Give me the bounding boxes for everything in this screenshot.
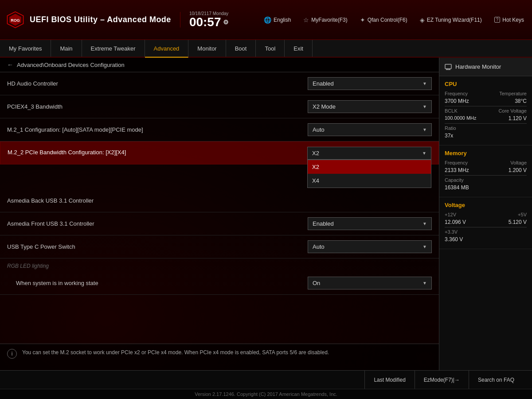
nav-monitor[interactable]: Monitor (188, 40, 226, 57)
cpu-corevolt-label: Core Voltage (498, 108, 527, 113)
v12-label: +12V (445, 212, 456, 217)
nav-advanced[interactable]: Advanced (145, 40, 189, 58)
nav-extreme-tweaker[interactable]: Extreme Tweaker (82, 40, 145, 57)
memory-section-title: Memory (445, 150, 527, 156)
setting-hd-audio[interactable]: HD Audio Controller Enabled ▼ (0, 72, 439, 95)
dropdown-hd-audio[interactable]: Enabled ▼ (308, 77, 432, 90)
cpu-divider-2 (445, 123, 527, 124)
favorites-icon: ☆ (303, 16, 309, 23)
qfan-button[interactable]: ✦ Qfan Control(F6) (357, 15, 410, 25)
nav-boot[interactable]: Boot (226, 40, 256, 57)
setting-usb-type-c[interactable]: USB Type C Power Switch Auto ▼ (0, 235, 439, 258)
qfan-label: Qfan Control(F6) (368, 17, 407, 23)
ez-tuning-label: EZ Tuning Wizard(F11) (427, 17, 482, 23)
header-divider (180, 12, 180, 27)
dropdown-rgb-working[interactable]: On ▼ (308, 277, 432, 289)
cpu-bclk-row: BCLK Core Voltage (445, 108, 527, 113)
hw-monitor-sidebar: Hardware Monitor CPU Frequency Temperatu… (439, 58, 532, 370)
header-time: 00:57 ⚙ (189, 16, 229, 28)
mem-cap-row: Capacity (445, 177, 527, 183)
setting-pciex4-3[interactable]: PCIEX4_3 Bandwidth X2 Mode ▼ (0, 95, 439, 118)
dropdown-rgb-arrow: ▼ (422, 281, 427, 286)
info-text: You can set the M.2 socket to work under… (22, 348, 329, 356)
header: ROG UEFI BIOS Utility – Advanced Mode 10… (0, 0, 532, 40)
dropdown-option-x2[interactable]: X2 (308, 160, 431, 174)
tuning-icon: ◈ (420, 16, 425, 23)
cpu-freq-val-row: 3700 MHz 38°C (445, 98, 527, 104)
search-faq-button[interactable]: Search on FAQ (469, 371, 523, 389)
info-bar: i You can set the M.2 socket to work und… (0, 344, 439, 370)
cpu-freq-value: 3700 MHz (445, 98, 469, 104)
setting-m2-2-pcie[interactable]: M.2_2 PCIe Bandwidth Configuration: [X2]… (0, 141, 439, 164)
dropdown-usb-type-c[interactable]: Auto ▼ (308, 240, 432, 253)
rgb-section-header: RGB LED lighting (0, 258, 439, 272)
nav-main[interactable]: Main (51, 40, 82, 57)
mem-cap-val-row: 16384 MB (445, 184, 527, 191)
content-area: ← Advanced\Onboard Devices Configuration… (0, 58, 532, 370)
dropdown-option-x4[interactable]: X4 (308, 174, 431, 188)
nav-exit[interactable]: Exit (285, 40, 313, 57)
favorites-label: MyFavorite(F3) (311, 17, 347, 23)
dropdown-hd-audio-value: Enabled (313, 80, 334, 87)
mem-freq-row: Frequency Voltage (445, 160, 527, 165)
dropdown-m2-1-arrow: ▼ (422, 127, 427, 132)
version-text: Version 2.17.1246. Copyright (C) 2017 Am… (195, 391, 337, 397)
setting-label-usb-type-c: USB Type C Power Switch (7, 243, 308, 250)
mem-cap-label: Capacity (445, 177, 464, 183)
setting-asmedia-front[interactable]: Asmedia Front USB 3.1 Controller Enabled… (0, 212, 439, 235)
dropdown-usb-type-c-arrow: ▼ (422, 244, 427, 249)
language-selector[interactable]: 🌐 English (261, 15, 293, 25)
language-label: English (274, 17, 291, 23)
time-settings-icon[interactable]: ⚙ (223, 19, 229, 25)
cpu-temp-label: Temperature (499, 91, 527, 96)
setting-asmedia-back[interactable]: Asmedia Back USB 3.1 Controller (0, 189, 439, 212)
last-modified-button[interactable]: Last Modified (364, 371, 414, 389)
hw-monitor-header: Hardware Monitor (439, 58, 532, 76)
dropdown-usb-type-c-value: Auto (313, 243, 325, 250)
dropdown-asmedia-front[interactable]: Enabled ▼ (308, 217, 432, 230)
ez-mode-button[interactable]: EzMode(F7)|→ (415, 371, 469, 389)
search-faq-label: Search on FAQ (478, 377, 514, 383)
setting-label-asmedia-back: Asmedia Back USB 3.1 Controller (7, 197, 432, 204)
datetime-area: 10/18/2117 Monday 00:57 ⚙ (189, 11, 229, 28)
app-title: UEFI BIOS Utility – Advanced Mode (30, 15, 171, 24)
cpu-bclk-label: BCLK (445, 108, 458, 113)
dropdown-m2-2-menu: X2 X4 (307, 160, 431, 188)
settings-list: HD Audio Controller Enabled ▼ PCIEX4_3 B… (0, 72, 439, 344)
dropdown-m2-2-trigger[interactable]: X2 ▼ (307, 147, 431, 160)
v33-label: +3.3V (445, 229, 458, 235)
header-toolbar: 🌐 English ☆ MyFavorite(F3) ✦ Qfan Contro… (261, 15, 527, 25)
breadcrumb-back-arrow[interactable]: ← (7, 61, 13, 68)
dropdown-m2-2-container: X2 ▼ X2 X4 (307, 147, 431, 160)
volt-divider (445, 227, 527, 227)
v33-row: +3.3V (445, 229, 527, 235)
svg-text:ROG: ROG (11, 18, 20, 23)
v12-val-row: 12.096 V 5.120 V (445, 219, 527, 225)
dropdown-pciex4-3-value: X2 Mode (313, 103, 336, 110)
cpu-freq-label: Frequency (445, 91, 468, 96)
nav-my-favorites[interactable]: My Favorites (0, 40, 51, 57)
dropdown-pciex4-3[interactable]: X2 Mode ▼ (308, 100, 432, 113)
setting-label-m2-2: M.2_2 PCIe Bandwidth Configuration: [X2]… (8, 142, 307, 156)
v5-label: +5V (518, 212, 527, 217)
nav-tool[interactable]: Tool (256, 40, 285, 57)
favorites-button[interactable]: ☆ MyFavorite(F3) (301, 15, 350, 25)
hotkeys-button[interactable]: ? Hot Keys (492, 15, 527, 25)
logo-area: ROG UEFI BIOS Utility – Advanced Mode (5, 10, 171, 30)
v12-row: +12V +5V (445, 212, 527, 217)
ez-tuning-button[interactable]: ◈ EZ Tuning Wizard(F11) (417, 15, 485, 25)
v33-val-row: 3.360 V (445, 236, 527, 243)
setting-label-hd-audio: HD Audio Controller (7, 80, 308, 87)
cpu-bclk-value: 100.0000 MHz (445, 115, 477, 121)
breadcrumb-path: Advanced\Onboard Devices Configuration (17, 62, 125, 68)
mem-freq-val-row: 2133 MHz 1.200 V (445, 167, 527, 173)
hotkeys-label: Hot Keys (502, 17, 524, 23)
dropdown-m2-1[interactable]: Auto ▼ (308, 123, 432, 136)
setting-m2-1-config[interactable]: M.2_1 Configuration: [Auto][SATA mode][P… (0, 118, 439, 141)
hotkeys-icon: ? (494, 17, 501, 23)
cpu-ratio-label: Ratio (445, 125, 456, 131)
setting-rgb-working[interactable]: When system is in working state On ▼ (0, 272, 439, 295)
cpu-corevolt-value: 1.120 V (509, 115, 527, 121)
info-icon: i (7, 349, 17, 359)
cpu-freq-row: Frequency Temperature (445, 91, 527, 96)
